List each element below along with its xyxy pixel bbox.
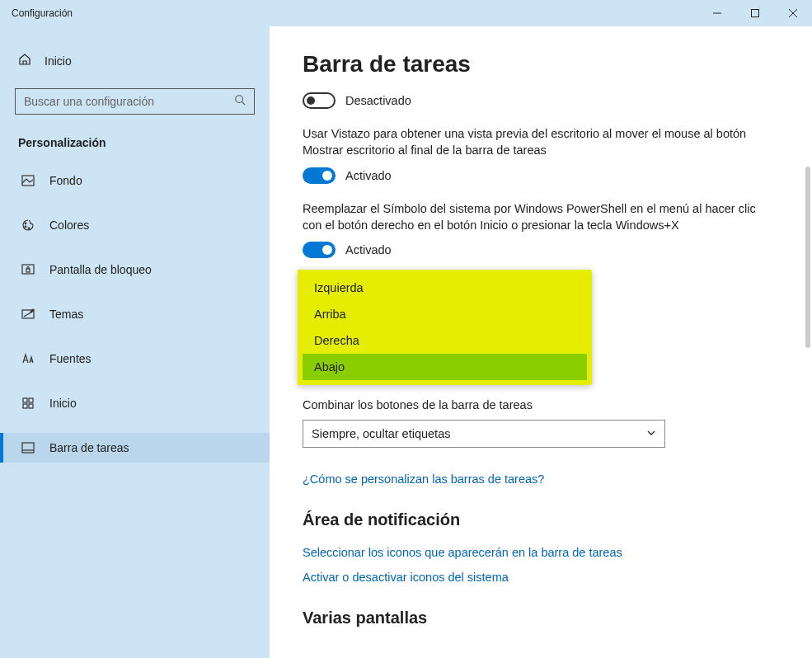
nav-item-bloqueo[interactable]: Pantalla de bloqueo bbox=[0, 255, 270, 284]
svg-point-4 bbox=[236, 96, 243, 103]
svg-rect-17 bbox=[22, 443, 34, 453]
dropdown-option-abajo[interactable]: Abajo bbox=[303, 354, 587, 380]
svg-point-7 bbox=[25, 223, 26, 224]
scrollbar-thumb[interactable] bbox=[805, 167, 810, 348]
toggle-switch[interactable] bbox=[303, 242, 336, 258]
taskbar-icon bbox=[21, 441, 35, 454]
nav-label: Fuentes bbox=[49, 352, 92, 365]
scrollbar[interactable] bbox=[800, 59, 812, 658]
svg-line-5 bbox=[242, 102, 246, 106]
toggle-state: Activado bbox=[345, 169, 392, 182]
toggle-switch[interactable] bbox=[303, 92, 336, 109]
select-value: Siempre, ocultar etiquetas bbox=[312, 427, 450, 440]
fonts-icon bbox=[21, 352, 35, 365]
lockscreen-icon bbox=[21, 263, 35, 276]
content-area: Barra de tareas Desactivado Usar Vistazo… bbox=[270, 26, 812, 658]
palette-icon bbox=[21, 219, 35, 232]
sidebar: Inicio Personalización Fondo Colores Pan… bbox=[0, 26, 270, 658]
notification-link-select-icons[interactable]: Seleccionar los iconos que aparecerán en… bbox=[303, 546, 779, 559]
search-field[interactable] bbox=[24, 95, 234, 108]
toggle-state: Desactivado bbox=[345, 94, 411, 107]
nav-item-fondo[interactable]: Fondo bbox=[0, 166, 270, 195]
maximize-button[interactable] bbox=[736, 0, 774, 26]
svg-rect-11 bbox=[26, 269, 30, 272]
window-controls bbox=[698, 0, 812, 26]
combine-label: Combinar los botones de la barra de tare… bbox=[303, 398, 779, 411]
nav-list: Fondo Colores Pantalla de bloqueo Temas … bbox=[0, 166, 270, 477]
dropdown-option-izquierda[interactable]: Izquierda bbox=[303, 275, 587, 301]
home-icon bbox=[18, 53, 31, 68]
nav-item-inicio[interactable]: Inicio bbox=[0, 388, 270, 418]
search-icon bbox=[234, 94, 246, 109]
notification-heading: Área de notificación bbox=[303, 510, 779, 529]
nav-label: Pantalla de bloqueo bbox=[49, 263, 152, 276]
window-title: Configuración bbox=[0, 7, 698, 19]
setting-desc: Reemplazar el Símbolo del sistema por Wi… bbox=[303, 200, 764, 234]
chevron-down-icon bbox=[646, 427, 656, 440]
nav-label: Fondo bbox=[49, 174, 82, 187]
toggle-state: Activado bbox=[345, 243, 392, 256]
section-title: Personalización bbox=[0, 129, 270, 166]
nav-item-colores[interactable]: Colores bbox=[0, 210, 270, 240]
toggle-switch[interactable] bbox=[303, 167, 336, 184]
svg-point-9 bbox=[28, 228, 30, 229]
dropdown-option-arriba[interactable]: Arriba bbox=[303, 301, 587, 327]
page-title: Barra de tareas bbox=[303, 51, 779, 78]
combine-select[interactable]: Siempre, ocultar etiquetas bbox=[303, 420, 665, 448]
setting-desc: Usar Vistazo para obtener una vista prev… bbox=[303, 125, 764, 159]
svg-rect-16 bbox=[29, 404, 33, 408]
svg-rect-13 bbox=[23, 398, 27, 402]
nav-label: Barra de tareas bbox=[49, 441, 129, 454]
home-label: Inicio bbox=[45, 54, 72, 68]
dropdown-option-derecha[interactable]: Derecha bbox=[303, 327, 587, 354]
help-link[interactable]: ¿Cómo se personalizan las barras de tare… bbox=[303, 472, 779, 486]
nav-item-temas[interactable]: Temas bbox=[0, 299, 270, 329]
themes-icon bbox=[21, 308, 35, 321]
multiscreen-heading: Varias pantallas bbox=[303, 609, 779, 627]
setting-powershell: Reemplazar el Símbolo del sistema por Wi… bbox=[303, 200, 764, 259]
close-button[interactable] bbox=[774, 0, 812, 26]
taskbar-position-dropdown: Izquierda Arriba Derecha Abajo bbox=[303, 275, 587, 380]
svg-rect-1 bbox=[752, 10, 759, 17]
svg-point-8 bbox=[25, 226, 26, 228]
nav-label: Colores bbox=[49, 219, 89, 232]
setting-vistazo: Usar Vistazo para obtener una vista prev… bbox=[303, 125, 764, 184]
nav-item-fuentes[interactable]: Fuentes bbox=[0, 344, 270, 374]
nav-label: Inicio bbox=[49, 397, 77, 410]
search-input[interactable] bbox=[15, 88, 255, 115]
nav-item-barra-tareas[interactable]: Barra de tareas bbox=[0, 433, 270, 463]
nav-label: Temas bbox=[49, 308, 83, 321]
minimize-button[interactable] bbox=[698, 0, 736, 26]
svg-rect-15 bbox=[23, 404, 27, 408]
titlebar: Configuración bbox=[0, 0, 812, 26]
setting-toggle-off: Desactivado bbox=[303, 92, 764, 109]
home-button[interactable]: Inicio bbox=[0, 45, 270, 77]
start-icon bbox=[21, 397, 35, 410]
svg-rect-14 bbox=[29, 398, 33, 402]
picture-icon bbox=[21, 174, 35, 187]
notification-link-system-icons[interactable]: Activar o desactivar iconos del sistema bbox=[303, 571, 779, 584]
